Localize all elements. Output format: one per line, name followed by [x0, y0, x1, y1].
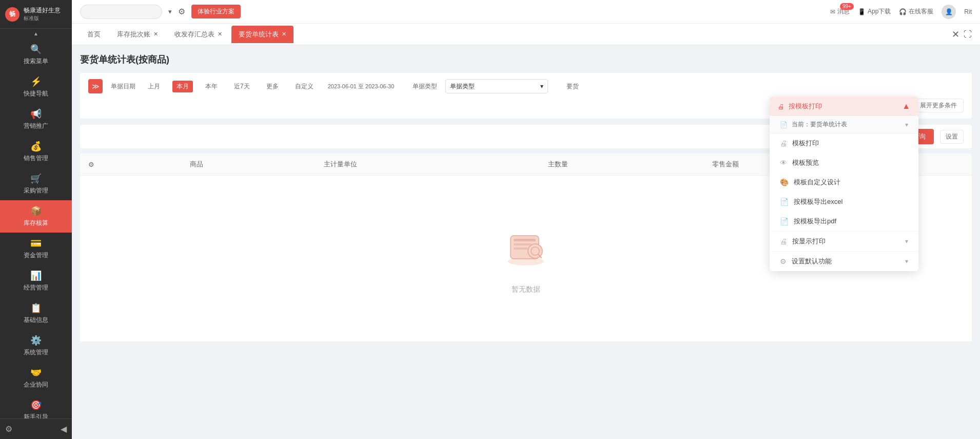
tab-home-label: 首页: [87, 30, 101, 39]
sidebar-item-label: 资金管理: [24, 251, 48, 260]
topbar-dropdown-icon[interactable]: ▾: [168, 8, 172, 15]
sidebar-item-label: 库存核算: [24, 219, 48, 227]
main-content: ▾ ⚙ 体验行业方案 ✉ 消息 99+ 📱 App下载 🎧 在线客服 👤 Rit…: [72, 0, 980, 439]
shortcut-icon: ⚡: [30, 76, 42, 87]
tab-batch-account[interactable]: 库存批次账 ✕: [110, 26, 165, 43]
logo-text: 畅康通好生意 标准版: [24, 6, 61, 22]
order-type-dropdown-icon: ▾: [540, 83, 543, 90]
tab-requisition-label: 要货单统计表: [239, 30, 279, 39]
sidebar-item-label: 采购管理: [24, 186, 48, 195]
print-dropdown-item-0[interactable]: 🖨 模板打印: [770, 133, 918, 153]
sidebar-item-label: 营销推广: [24, 122, 48, 130]
date-btn-more[interactable]: 更多: [262, 81, 283, 92]
svg-rect-3: [514, 243, 532, 245]
topbar-search-input[interactable]: [80, 5, 162, 19]
trial-button[interactable]: 体验行业方案: [191, 5, 241, 18]
print-set-default-sub[interactable]: ⚙ 设置默认功能 ▾: [770, 251, 918, 271]
template-preview-icon: 👁: [780, 159, 787, 167]
display-print-arrow-icon: ▾: [905, 238, 908, 245]
tab-collection-summary[interactable]: 收发存汇总表 ✕: [167, 26, 229, 43]
template-pdf-label: 按模板导出pdf: [794, 217, 836, 226]
svg-rect-2: [514, 239, 536, 241]
print-dropdown-item-1[interactable]: 👁 模板预览: [770, 153, 918, 173]
requisition-type-label: 要货: [566, 82, 579, 91]
print-dropdown-header-left: 🖨 按模板打印: [778, 102, 822, 111]
filter-expand-button[interactable]: ≫: [88, 79, 103, 93]
sidebar-item-sales[interactable]: 💰 销售管理: [0, 136, 72, 168]
sidebar-item-marketing[interactable]: 📢 营销推广: [0, 103, 72, 136]
expand-more-label: 展开更多条件: [920, 101, 957, 110]
collapse-icon[interactable]: ◀: [61, 424, 67, 434]
sidebar-item-search[interactable]: 🔍 搜索菜单: [0, 39, 72, 71]
order-type-select[interactable]: 单据类型 ▾: [445, 79, 548, 93]
message-item[interactable]: ✉ 消息 99+: [830, 7, 850, 16]
sidebar-item-inventory[interactable]: 📦 库存核算: [0, 200, 72, 233]
date-btn-custom[interactable]: 自定义: [291, 81, 318, 92]
print-dropdown-menu: 🖨 按模板打印 ▲ 📄 当前：要货单统计表 ▾ 🖨 模板打印 👁 模板预览: [770, 97, 918, 271]
sidebar-scroll-up[interactable]: ▲: [0, 29, 72, 39]
date-btn-7days[interactable]: 近7天: [230, 81, 254, 92]
sidebar-item-basic[interactable]: 📋 基础信息: [0, 297, 72, 330]
order-type-placeholder: 单据类型: [450, 82, 475, 91]
topbar-right: ✉ 消息 99+ 📱 App下载 🎧 在线客服 👤 Rit: [830, 5, 972, 19]
settings-icon[interactable]: ⚙: [5, 424, 12, 434]
current-template-arrow-icon: ▾: [905, 121, 908, 128]
tab-requisition-close-icon[interactable]: ✕: [282, 31, 286, 37]
tab-batch-close-icon[interactable]: ✕: [153, 31, 158, 37]
print-dropdown-item-3[interactable]: 📄 按模板导出excel: [770, 192, 918, 212]
inventory-icon: 📦: [30, 205, 42, 217]
tabbar-expand-icon[interactable]: ⛶: [964, 30, 972, 39]
date-btn-this-month[interactable]: 本月: [172, 81, 193, 92]
settings-button[interactable]: 设置: [940, 130, 964, 144]
print-dropdown-item-4[interactable]: 📄 按模板导出pdf: [770, 212, 918, 231]
sidebar-item-shortcut[interactable]: ⚡ 快捷导航: [0, 71, 72, 103]
operation-icon: 📊: [30, 270, 42, 281]
date-filter-label: 单据日期: [111, 82, 135, 91]
sidebar-item-guide[interactable]: 🎯 新手引导: [0, 394, 72, 418]
online-service-item[interactable]: 🎧 在线客服: [899, 7, 933, 16]
print-current-template[interactable]: 📄 当前：要货单统计表 ▾: [770, 116, 918, 133]
set-default-label: 设置默认功能: [792, 257, 832, 266]
print-display-sub[interactable]: 🖨 按显示打印 ▾: [770, 231, 918, 251]
sidebar-item-finance[interactable]: 💳 资金管理: [0, 233, 72, 265]
sidebar-item-purchase[interactable]: 🛒 采购管理: [0, 168, 72, 200]
app-download-item[interactable]: 📱 App下载: [858, 7, 891, 16]
print-dropdown-header[interactable]: 🖨 按模板打印 ▲: [770, 97, 918, 116]
logo-badge: 标准版: [24, 15, 61, 22]
date-range-display: 2023-06-01 至 2023-06-30: [328, 83, 395, 90]
date-btn-this-year[interactable]: 本年: [201, 81, 222, 92]
page-title: 要货单统计表(按商品): [80, 53, 972, 66]
tab-requisition-stats[interactable]: 要货单统计表 ✕: [231, 26, 293, 43]
sidebar-item-operation[interactable]: 📊 经营管理: [0, 265, 72, 297]
print-dropdown-close-icon[interactable]: ▲: [902, 102, 910, 111]
th-gear[interactable]: ⚙: [80, 154, 182, 176]
message-badge: 99+: [840, 3, 854, 10]
sidebar-item-system[interactable]: ⚙️ 系统管理: [0, 330, 72, 362]
print-dropdown-item-2[interactable]: 🎨 模板自定义设计: [770, 173, 918, 192]
tabbar-close-icon[interactable]: ✕: [952, 29, 959, 40]
sidebar-item-label: 系统管理: [24, 348, 48, 357]
date-btn-last-month[interactable]: 上月: [144, 81, 164, 92]
display-print-icon: 🖨: [780, 237, 787, 245]
template-preview-label: 模板预览: [792, 158, 819, 167]
tabbar-controls: ✕ ⛶: [952, 29, 972, 40]
sidebar-nav: ▲ 🔍 搜索菜单 ⚡ 快捷导航 📢 营销推广 💰 销售管理 🛒 采购管理 📦 库…: [0, 29, 72, 418]
template-excel-icon: 📄: [780, 198, 789, 206]
sidebar-item-label: 销售管理: [24, 154, 48, 163]
th-unit: 主计量单位: [316, 154, 540, 176]
search-icon: 🔍: [30, 44, 42, 55]
topbar-gear-icon[interactable]: ⚙: [178, 7, 185, 16]
sidebar-item-label: 经营管理: [24, 283, 48, 292]
message-icon: ✉: [830, 8, 835, 15]
current-template-icon: 📄: [780, 121, 788, 128]
requisition-label-text: 要货: [566, 82, 579, 91]
tab-home[interactable]: 首页: [80, 26, 108, 43]
tab-batch-label: 库存批次账: [117, 30, 150, 39]
svg-rect-4: [514, 247, 528, 250]
avatar[interactable]: 👤: [942, 5, 956, 19]
sidebar-item-collab[interactable]: 🤝 企业协同: [0, 362, 72, 394]
tab-collection-close-icon[interactable]: ✕: [218, 31, 222, 37]
empty-illustration: [500, 223, 552, 279]
logo-name: 畅康通好生意: [24, 6, 61, 15]
th-quantity: 主数量: [540, 154, 704, 176]
